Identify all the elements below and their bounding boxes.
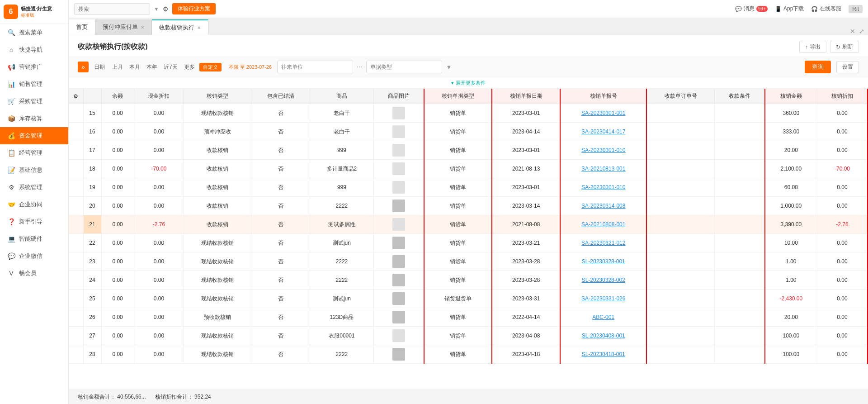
td-included-closed: 否 bbox=[251, 327, 310, 345]
sidebar-item-member[interactable]: V畅会员 bbox=[0, 265, 68, 282]
expand-tab-icon[interactable]: ⤢ bbox=[859, 28, 864, 35]
td-verify-bill-no[interactable]: SL-20230328-001 bbox=[560, 252, 646, 271]
support-item[interactable]: 🎧 在线客服 bbox=[811, 5, 841, 13]
bill-no-link[interactable]: SA-20230414-017 bbox=[581, 128, 625, 135]
counterpart-input[interactable] bbox=[277, 61, 353, 73]
app-download-item[interactable]: 📱 App下载 bbox=[775, 5, 804, 13]
td-verify-amount: 100.00 bbox=[765, 327, 817, 345]
expand-label: 展开更多条件 bbox=[456, 80, 486, 86]
bill-no-link[interactable]: SA-20230301-010 bbox=[581, 147, 625, 153]
bill-no-link[interactable]: SA-20230321-012 bbox=[581, 240, 625, 246]
td-cash-discount: 0.00 bbox=[134, 197, 184, 215]
bill-no-link[interactable]: SA-20230314-008 bbox=[581, 203, 625, 209]
td-verify-bill-no[interactable]: ABC-001 bbox=[560, 308, 646, 327]
bill-no-link[interactable]: SA-20230301-010 bbox=[581, 184, 625, 190]
td-goods: 2222 bbox=[310, 345, 374, 364]
sidebar-item-marketing[interactable]: 📢营销推广 bbox=[0, 58, 68, 76]
date-range-display: 不限 至 2023-07-26 bbox=[229, 64, 272, 71]
td-verify-bill-no[interactable]: SL-20230328-002 bbox=[560, 271, 646, 290]
counterpart-more-icon[interactable]: ··· bbox=[357, 63, 363, 71]
bill-no-link[interactable]: SL-20230328-002 bbox=[582, 277, 625, 283]
bill-no-link[interactable]: SL-20230408-001 bbox=[582, 333, 625, 339]
bill-no-link[interactable]: SL-20230328-001 bbox=[582, 258, 625, 265]
td-verify-bill-no[interactable]: SL-20230408-001 bbox=[560, 327, 646, 345]
td-verify-bill-type: 销货退货单 bbox=[424, 290, 492, 308]
sidebar-item-wechat[interactable]: 💬企业微信 bbox=[0, 247, 68, 265]
date-custom[interactable]: 自定义 bbox=[199, 63, 222, 71]
message-item[interactable]: 💬 消息 99+ bbox=[735, 5, 768, 13]
td-seq: 25 bbox=[83, 290, 101, 308]
td-verify-bill-no[interactable]: SA-20230314-008 bbox=[560, 197, 646, 215]
th-gear[interactable]: ⚙ bbox=[69, 89, 83, 104]
sidebar-item-shortcut[interactable]: ⌂快捷导航 bbox=[0, 41, 68, 58]
td-verify-bill-no[interactable]: SA-20230301-010 bbox=[560, 178, 646, 197]
dropdown-arrow-icon[interactable]: ▼ bbox=[154, 6, 159, 12]
date-7days[interactable]: 近7天 bbox=[162, 62, 179, 72]
sidebar-item-sales[interactable]: 📊销售管理 bbox=[0, 76, 68, 93]
sidebar-item-inventory[interactable]: 📦库存核算 bbox=[0, 110, 68, 127]
bill-no-link[interactable]: SL-20230418-001 bbox=[582, 351, 625, 357]
sidebar-item-operations[interactable]: 📋经营管理 bbox=[0, 144, 68, 162]
query-button[interactable]: 查询 bbox=[805, 61, 831, 73]
bill-no-link[interactable]: SA-20210808-001 bbox=[581, 221, 625, 228]
sidebar-item-enterprise[interactable]: 🤝企业协同 bbox=[0, 196, 68, 213]
refresh-icon: ↻ bbox=[836, 44, 840, 50]
solution-button[interactable]: 体验行业方案 bbox=[172, 3, 216, 14]
tab-home[interactable]: 首页 bbox=[69, 19, 95, 35]
sidebar-item-guide[interactable]: ❓新手引导 bbox=[0, 213, 68, 230]
date-last-month[interactable]: 上月 bbox=[110, 62, 125, 72]
td-receipt-condition bbox=[714, 271, 764, 290]
td-verify-bill-no[interactable]: SA-20230414-017 bbox=[560, 123, 646, 141]
top-bar-search[interactable] bbox=[74, 3, 150, 15]
td-verify-bill-no[interactable]: SA-20210813-001 bbox=[560, 160, 646, 178]
refresh-button[interactable]: ↻ 刷新 bbox=[830, 41, 859, 53]
single-type-input[interactable] bbox=[366, 61, 442, 73]
tab-prepay[interactable]: 预付冲应付单✕ bbox=[95, 19, 152, 35]
td-gear bbox=[69, 215, 83, 234]
td-verify-bill-no[interactable]: SA-20230321-012 bbox=[560, 234, 646, 252]
date-this-month[interactable]: 本月 bbox=[127, 62, 142, 72]
td-gear bbox=[69, 252, 83, 271]
td-verify-bill-date: 2023-03-01 bbox=[492, 104, 560, 123]
single-type-dropdown-icon[interactable]: ▼ bbox=[446, 64, 452, 71]
td-goods: 老白干 bbox=[310, 123, 374, 141]
settings-button[interactable]: 设置 bbox=[836, 61, 859, 73]
th-verify-type: 核销类型 bbox=[184, 89, 251, 104]
close-tab-icon[interactable]: ✕ bbox=[850, 28, 855, 35]
expand-conditions-btn[interactable]: ▾ 展开更多条件 bbox=[451, 80, 485, 86]
td-verify-bill-no[interactable]: SA-20210808-001 bbox=[560, 215, 646, 234]
export-button[interactable]: ↑ 导出 bbox=[799, 41, 826, 53]
bill-no-link[interactable]: ABC-001 bbox=[592, 314, 614, 320]
top-bar-gear-icon[interactable]: ⚙ bbox=[163, 5, 169, 13]
sidebar-item-basicinfo[interactable]: 📝基础信息 bbox=[0, 162, 68, 179]
bill-no-link[interactable]: SA-20210813-001 bbox=[581, 166, 625, 172]
td-verify-bill-no[interactable]: SL-20230418-001 bbox=[560, 345, 646, 364]
td-verify-bill-no[interactable]: SA-20230301-001 bbox=[560, 104, 646, 123]
user-avatar[interactable]: Rit bbox=[849, 5, 863, 13]
goods-image-thumb bbox=[392, 274, 405, 286]
sidebar-item-label: 快捷导航 bbox=[19, 46, 42, 54]
sidebar-item-search[interactable]: 🔍搜索菜单 bbox=[0, 24, 68, 41]
goods-image-thumb bbox=[392, 311, 405, 323]
sidebar-item-system[interactable]: ⚙系统管理 bbox=[0, 179, 68, 196]
td-verify-type: 收款核销 bbox=[184, 197, 251, 215]
bill-no-link[interactable]: SA-20230331-026 bbox=[581, 295, 625, 302]
date-more[interactable]: 更多 bbox=[182, 62, 197, 72]
td-verify-bill-no[interactable]: SA-20230301-010 bbox=[560, 141, 646, 160]
bill-no-link[interactable]: SA-20230301-001 bbox=[581, 110, 625, 116]
td-gear bbox=[69, 290, 83, 308]
sidebar-item-purchase[interactable]: 🛒采购管理 bbox=[0, 93, 68, 110]
td-receipt-condition bbox=[714, 327, 764, 345]
tab-receipt[interactable]: 收款核销执行✕ bbox=[152, 19, 208, 35]
hardware-icon: 💻 bbox=[7, 235, 15, 242]
tab-close-prepay[interactable]: ✕ bbox=[141, 25, 144, 30]
sidebar-item-finance[interactable]: 💰资金管理 bbox=[0, 127, 68, 144]
date-this-year[interactable]: 本年 bbox=[145, 62, 159, 72]
sidebar-item-hardware[interactable]: 💻智能硬件 bbox=[0, 230, 68, 247]
filter-toggle-button[interactable]: » bbox=[78, 62, 89, 72]
tab-close-receipt[interactable]: ✕ bbox=[197, 25, 201, 30]
td-receipt-condition bbox=[714, 141, 764, 160]
td-verify-bill-no[interactable]: SA-20230331-026 bbox=[560, 290, 646, 308]
td-gear bbox=[69, 271, 83, 290]
td-goods: 2222 bbox=[310, 271, 374, 290]
